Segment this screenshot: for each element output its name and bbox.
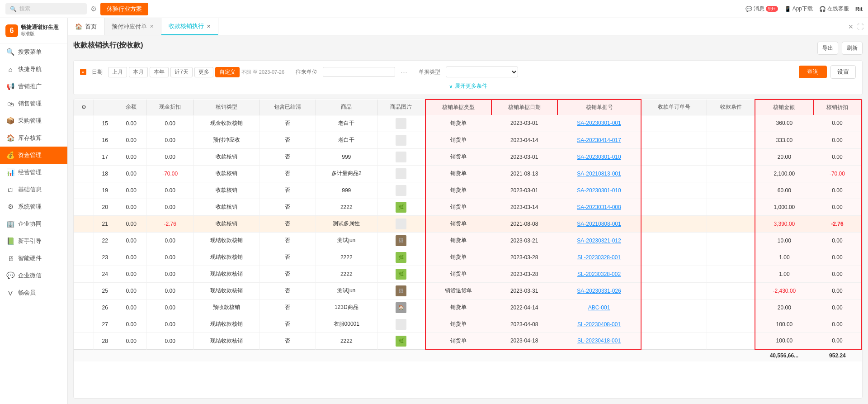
cell-bill-no[interactable]: SA-20230301-010: [557, 148, 642, 165]
cell-bill-no[interactable]: SL-20230408-001: [557, 316, 642, 333]
sidebar-item-business[interactable]: 📊经营管理: [0, 164, 67, 181]
product-image: 🌿: [396, 269, 406, 280]
cell-verify-type: 收款核销: [194, 182, 259, 199]
cell-bill-no[interactable]: SA-20210813-001: [557, 165, 642, 182]
sidebar-item-search[interactable]: 🔍搜索菜单: [0, 43, 67, 61]
cell-included: 否: [259, 182, 316, 199]
app-download[interactable]: 📱 App下载: [784, 5, 813, 13]
tab-receivable[interactable]: 收款核销执行 ✕: [161, 18, 218, 35]
refresh-button[interactable]: 刷新: [842, 42, 863, 55]
date-last-month[interactable]: 上月: [108, 67, 127, 77]
cell-balance: 0.00: [116, 282, 146, 299]
sidebar-item-vip[interactable]: V畅会员: [0, 284, 67, 301]
cell-verify-discount: 0.00: [813, 132, 862, 148]
cell-included: 否: [259, 215, 316, 232]
cell-bill-no[interactable]: SA-20210808-001: [557, 215, 642, 232]
expand-more-btn[interactable]: ∨ 展开更多条件: [449, 82, 487, 90]
cell-cash-discount: -70.00: [146, 165, 194, 182]
sidebar-item-system[interactable]: ⚙系统管理: [0, 198, 67, 215]
col-verify-amount: 核销金额: [755, 100, 813, 115]
cell-receipt-order: [641, 249, 707, 266]
sidebar-item-quick[interactable]: ⌂快捷导航: [0, 61, 67, 78]
cell-verify-discount: 0.00: [813, 232, 862, 249]
cell-product-img: 🌿: [377, 266, 425, 282]
window-close-icon[interactable]: ✕: [848, 23, 854, 30]
cell-receipt-cond: [707, 282, 755, 299]
cell-included: 否: [259, 282, 316, 299]
sidebar-item-sales[interactable]: 🛍销售管理: [0, 95, 67, 112]
collapse-filter-btn[interactable]: «: [80, 69, 86, 75]
cell-bill-no[interactable]: SA-20230331-026: [557, 282, 642, 299]
online-service[interactable]: 🎧 在线客服: [819, 5, 849, 13]
cell-gear: [74, 199, 94, 215]
sidebar-item-inventory[interactable]: 🏠库存核算: [0, 129, 67, 147]
sidebar-item-finance[interactable]: 💰资金管理: [0, 147, 67, 164]
table-body: 15 0.00 0.00 现金收款核销 否 老白干 销货单 2023-03-01…: [74, 115, 862, 349]
cell-product-img: [377, 165, 425, 182]
tab-prepay[interactable]: 预付冲应付单 ✕: [104, 18, 161, 35]
sidebar-item-hardware[interactable]: 🖥智能硬件: [0, 250, 67, 267]
cell-verify-type: 现金收款核销: [194, 115, 259, 132]
data-table-wrapper: ⚙ 余额 现金折扣 核销类型 包含已结清 商品 商品图片 核销单据类型 核销单据…: [73, 99, 863, 399]
product-image: 🖼: [396, 285, 406, 296]
query-button[interactable]: 查询: [799, 66, 827, 78]
table-row: 23 0.00 0.00 现结收款核销 否 2222 🌿 销货单 2023-03…: [74, 249, 862, 266]
cell-bill-date: 2022-04-14: [491, 299, 557, 316]
cell-receipt-cond: [707, 115, 755, 132]
sidebar-item-base[interactable]: 🗂基础信息: [0, 181, 67, 198]
cell-product-img: 🌿: [377, 249, 425, 266]
close-receivable-tab[interactable]: ✕: [207, 24, 211, 29]
message-area[interactable]: 💬 消息 99+: [745, 5, 778, 13]
col-settings[interactable]: ⚙: [74, 100, 94, 115]
cell-gear: [74, 132, 94, 148]
col-included: 包含已结清: [259, 100, 316, 115]
cell-verify-amount: 1.00: [755, 249, 813, 266]
col-bill-no: 核销单据号: [557, 100, 642, 115]
date-this-year[interactable]: 本年: [150, 67, 169, 77]
close-prepay-tab[interactable]: ✕: [150, 24, 154, 29]
cell-bill-no[interactable]: SA-20230321-012: [557, 232, 642, 249]
cell-balance: 0.00: [116, 299, 146, 316]
product-image: [396, 185, 406, 196]
cell-cash-discount: -2.76: [146, 215, 194, 232]
table-row: 17 0.00 0.00 收款核销 否 999 销货单 2023-03-01 S…: [74, 148, 862, 165]
date-this-month[interactable]: 本月: [129, 67, 148, 77]
quick-icon: ⌂: [6, 66, 14, 73]
sidebar-item-wechat[interactable]: 💬企业微信: [0, 267, 67, 284]
sidebar-item-marketing[interactable]: 📢营销推广: [0, 78, 67, 95]
date-more[interactable]: 更多: [194, 67, 213, 77]
user-name[interactable]: Rit: [855, 6, 863, 12]
cell-bill-no[interactable]: ABC-001: [557, 299, 642, 316]
cell-verify-discount: 0.00: [813, 115, 862, 132]
tab-home[interactable]: 🏠 首页: [68, 18, 104, 35]
cell-receipt-order: [641, 165, 707, 182]
window-expand-icon[interactable]: ⛶: [857, 23, 863, 30]
settings-icon[interactable]: ⚙: [90, 5, 97, 13]
cell-bill-type: 销货单: [425, 115, 491, 132]
sidebar-item-purchase[interactable]: 📦采购管理: [0, 112, 67, 129]
cell-bill-no[interactable]: SA-20230301-001: [557, 115, 642, 132]
date-7-days[interactable]: 近7天: [170, 67, 193, 77]
table-row: 24 0.00 0.00 现结收款核销 否 2222 🌿 销货单 2023-03…: [74, 266, 862, 282]
sidebar: 6 畅捷通谱好生意 标准版 🔍搜索菜单⌂快捷导航📢营销推广🛍销售管理📦采购管理🏠…: [0, 18, 68, 404]
cell-bill-no[interactable]: SA-20230414-017: [557, 132, 642, 148]
partner-input[interactable]: [323, 67, 395, 77]
solution-button[interactable]: 休验行业方案: [100, 3, 148, 15]
setting-button[interactable]: 设置: [830, 65, 856, 79]
cell-bill-no[interactable]: SA-20230314-008: [557, 199, 642, 215]
sidebar-item-company[interactable]: 🏢企业协同: [0, 215, 67, 233]
cell-balance: 0.00: [116, 232, 146, 249]
search-area[interactable]: 🔍 搜索: [5, 3, 87, 14]
cell-bill-no[interactable]: SL-20230328-002: [557, 266, 642, 282]
export-button[interactable]: 导出: [817, 42, 838, 55]
cell-bill-no[interactable]: SL-20230418-001: [557, 333, 642, 349]
cell-bill-no[interactable]: SA-20230301-010: [557, 182, 642, 199]
cell-bill-no[interactable]: SL-20230328-001: [557, 249, 642, 266]
cell-product-img: [377, 132, 425, 148]
cell-product: 衣服00001: [316, 316, 377, 333]
date-custom[interactable]: 自定义: [215, 67, 240, 77]
bill-type-select[interactable]: [446, 67, 518, 77]
sidebar-item-guide[interactable]: 📗新手引导: [0, 233, 67, 250]
sidebar-item-label: 企业协同: [18, 220, 42, 228]
cell-product: 2222: [316, 249, 377, 266]
